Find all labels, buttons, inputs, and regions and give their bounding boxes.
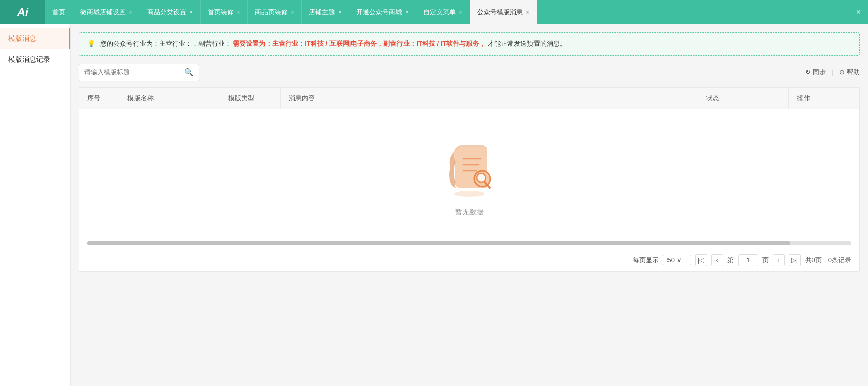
pagination: 每页显示 50 ∨ |◁ ‹ 第 页 › ▷| 共0页，0条记录	[79, 249, 859, 271]
close-tab-custom-menu[interactable]: ×	[459, 9, 462, 16]
close-tab-template-msg[interactable]: ×	[526, 9, 529, 16]
close-tab-store-theme[interactable]: ×	[338, 9, 342, 16]
notice-suffix: 才能正常发送预置的消息。	[488, 40, 566, 47]
help-button[interactable]: ⊙ 帮助	[839, 68, 860, 77]
sidebar-item-template-message[interactable]: 模版消息	[0, 28, 70, 49]
empty-illustration	[439, 139, 500, 200]
nav-tab-store-theme[interactable]: 店铺主题×	[302, 0, 349, 24]
content-area: 💡 您的公众号行业为：主营行业：，副营行业： 需要设置为：主营行业：IT科技 /…	[71, 24, 868, 386]
th-content: 消息内容	[281, 88, 698, 109]
th-name: 模版名称	[119, 88, 220, 109]
close-tab-open-mall[interactable]: ×	[405, 9, 409, 16]
page-size-value: 50	[667, 256, 675, 264]
close-tab-shop-settings[interactable]: ×	[129, 9, 132, 16]
scrollbar-track[interactable]	[87, 241, 851, 245]
page-label-before: 第	[727, 256, 734, 265]
notice-banner: 💡 您的公众号行业为：主营行业：，副营行业： 需要设置为：主营行业：IT科技 /…	[79, 32, 860, 56]
first-page-button[interactable]: |◁	[695, 254, 707, 266]
sync-button[interactable]: ↻ 同步	[805, 68, 826, 77]
empty-text: 暂无数据	[455, 208, 484, 217]
page-size-selector[interactable]: 50 ∨	[663, 255, 691, 265]
page-label-after: 页	[762, 256, 769, 265]
svg-point-5	[477, 173, 486, 182]
sync-icon: ↻	[805, 68, 811, 76]
nav-tab-template-msg[interactable]: 公众号模版消息×	[470, 0, 537, 24]
search-input-wrap[interactable]: 🔍	[79, 64, 199, 81]
th-action: 操作	[789, 88, 859, 109]
main-layout: 模版消息模版消息记录 💡 您的公众号行业为：主营行业：，副营行业： 需要设置为：…	[0, 24, 868, 386]
svg-point-0	[454, 191, 485, 197]
total-text: 共0页，0条记录	[805, 256, 851, 265]
search-bar: 🔍 ↻ 同步 | ⊙ 帮助	[79, 64, 860, 81]
nav-tab-home[interactable]: 首页	[45, 0, 73, 24]
nav-tab-custom-menu[interactable]: 自定义菜单×	[416, 0, 470, 24]
nav-tab-homepage-decor[interactable]: 首页装修×	[201, 0, 248, 24]
close-tab-homepage-decor[interactable]: ×	[237, 9, 240, 16]
notice-prefix: 您的公众号行业为：主营行业：，副营行业：	[100, 40, 231, 47]
close-tab-category-settings[interactable]: ×	[189, 9, 193, 16]
table-container: 序号模版名称模版类型消息内容状态操作	[79, 87, 860, 272]
search-actions: ↻ 同步 | ⊙ 帮助	[805, 68, 860, 77]
sidebar: 模版消息模版消息记录	[0, 24, 71, 386]
scrollbar-thumb[interactable]	[87, 241, 790, 245]
close-all-button[interactable]: ×	[849, 0, 868, 24]
search-icon[interactable]: 🔍	[184, 68, 194, 77]
page-input[interactable]	[738, 254, 758, 266]
search-input[interactable]	[84, 68, 184, 76]
nav-tab-category-settings[interactable]: 商品分类设置×	[140, 0, 201, 24]
th-status: 状态	[698, 88, 789, 109]
next-page-button[interactable]: ›	[773, 254, 785, 266]
table-header: 序号模版名称模版类型消息内容状态操作	[79, 88, 859, 109]
th-seq: 序号	[79, 88, 119, 109]
prev-page-button[interactable]: ‹	[711, 254, 723, 266]
close-tab-product-decor[interactable]: ×	[291, 9, 294, 16]
logo: Ai	[0, 0, 45, 24]
page-size-label: 每页显示	[633, 256, 659, 265]
top-nav: Ai 首页微商城店铺设置×商品分类设置×首页装修×商品页装修×店铺主题×开通公众…	[0, 0, 868, 24]
nav-tab-product-decor[interactable]: 商品页装修×	[248, 0, 302, 24]
notice-highlight: 需要设置为：主营行业：IT科技 / 互联网|电子商务，副营行业：IT科技 / I…	[233, 40, 486, 47]
last-page-button[interactable]: ▷|	[789, 254, 801, 266]
sync-label: 同步	[813, 68, 826, 77]
nav-tabs: 首页微商城店铺设置×商品分类设置×首页装修×商品页装修×店铺主题×开通公众号商城…	[45, 0, 849, 24]
empty-state: 暂无数据	[79, 109, 859, 237]
sidebar-item-template-message-record[interactable]: 模版消息记录	[0, 49, 70, 70]
help-icon: ⊙	[839, 68, 845, 76]
nav-tab-shop-settings[interactable]: 微商城店铺设置×	[73, 0, 140, 24]
th-type: 模版类型	[220, 88, 281, 109]
divider: |	[832, 68, 833, 76]
dropdown-icon: ∨	[677, 256, 682, 264]
help-label: 帮助	[847, 68, 860, 77]
notice-icon: 💡	[87, 40, 95, 47]
nav-tab-open-mall[interactable]: 开通公众号商城×	[349, 0, 416, 24]
